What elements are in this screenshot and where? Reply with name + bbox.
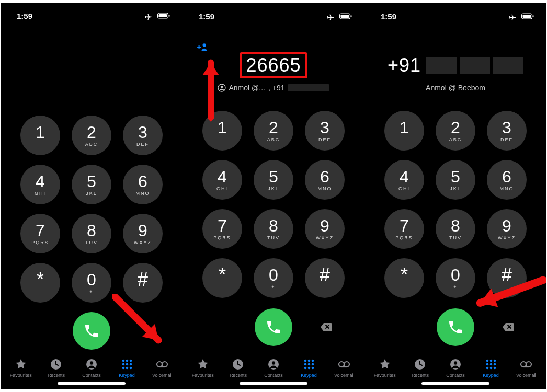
key-9[interactable]: 9 WXYZ <box>305 209 345 249</box>
key-8[interactable]: 8 TUV <box>72 214 111 253</box>
key-5[interactable]: 5 JKL <box>436 160 475 200</box>
key-8[interactable]: 8 TUV <box>254 209 293 249</box>
key-7[interactable]: 7 PQRS <box>202 209 242 249</box>
keypad: 1 2 ABC 3 DEF 4 GHI 5 JKL 6 MNO 7 PQRS <box>1 116 182 303</box>
key-7[interactable]: 7 PQRS <box>20 214 60 253</box>
contact-suggestion[interactable]: Anmol @... , +91 <box>218 84 330 92</box>
key-digit: 0 <box>269 267 278 283</box>
add-contact-icon[interactable] <box>197 42 208 52</box>
key-#[interactable]: # <box>487 258 527 298</box>
tab-bar: Favourites Recents Contacts Keypad Voice… <box>365 348 546 380</box>
tab-bar: Favourites Recents Contacts Keypad Voice… <box>183 348 364 380</box>
key-letters: ABC <box>267 137 280 142</box>
tab-label: Voicemail <box>152 373 173 378</box>
key-letters: + <box>453 284 457 290</box>
status-time: 1:59 <box>17 11 32 20</box>
key-4[interactable]: 4 GHI <box>202 160 242 200</box>
tab-contacts[interactable]: Contacts <box>439 358 472 378</box>
key-3[interactable]: 3 DEF <box>305 111 345 151</box>
key-5[interactable]: 5 JKL <box>72 165 111 204</box>
tab-recents[interactable]: Recents <box>39 358 73 378</box>
key-6[interactable]: 6 MNO <box>305 160 345 200</box>
key-4[interactable]: 4 GHI <box>384 160 424 200</box>
key-letters: ABC <box>85 142 98 147</box>
key-letters: GHI <box>398 186 410 191</box>
key-digit: 3 <box>320 119 329 136</box>
key-digit: 5 <box>87 173 96 190</box>
key-3[interactable]: 3 DEF <box>123 116 163 155</box>
key-1[interactable]: 1 <box>20 116 60 155</box>
key-letters: WXYZ <box>498 235 516 240</box>
key-2[interactable]: 2 ABC <box>436 111 475 151</box>
contact-icon <box>85 358 98 371</box>
key-letters: GHI <box>35 191 46 196</box>
key-8[interactable]: 8 TUV <box>436 209 475 249</box>
tab-voicemail[interactable]: Voicemail <box>509 358 543 378</box>
key-0[interactable]: 0 + <box>72 263 111 303</box>
key-*[interactable]: * <box>20 263 60 303</box>
tab-contacts[interactable]: Contacts <box>257 358 290 378</box>
key-#[interactable]: # <box>123 263 163 303</box>
key-0[interactable]: 0 + <box>436 258 475 298</box>
tab-recents[interactable]: Recents <box>403 358 437 378</box>
key-digit: 2 <box>451 119 460 136</box>
keypad-icon <box>121 358 133 371</box>
phone-screen-3: 1:59 +91 Anmol @ Beebom 1 2 ABC 3 DEF <box>365 3 546 389</box>
number-display <box>1 23 182 87</box>
tab-favourites[interactable]: Favourites <box>4 358 38 378</box>
key-digit: 0 <box>87 271 96 288</box>
tab-keypad[interactable]: Keypad <box>110 358 144 378</box>
key-digit: 3 <box>138 124 147 141</box>
tab-favourites[interactable]: Favourites <box>368 358 402 378</box>
tab-voicemail[interactable]: Voicemail <box>327 358 361 378</box>
home-indicator[interactable] <box>421 382 489 385</box>
call-button[interactable] <box>255 308 292 346</box>
key-9[interactable]: 9 WXYZ <box>123 214 163 253</box>
contact-name[interactable]: Anmol @ Beebom <box>426 84 485 92</box>
key-5[interactable]: 5 JKL <box>254 160 293 200</box>
voicemail-icon <box>338 358 350 371</box>
key-4[interactable]: 4 GHI <box>20 165 60 204</box>
tab-label: Voicemail <box>516 373 537 378</box>
key-9[interactable]: 9 WXYZ <box>487 209 527 249</box>
number-display: +91 Anmol @ Beebom <box>365 24 546 92</box>
home-indicator[interactable] <box>240 382 307 385</box>
key-*[interactable]: * <box>202 258 242 298</box>
key-#[interactable]: # <box>305 258 345 298</box>
key-letters: PQRS <box>213 235 231 240</box>
tab-label: Recents <box>48 373 65 378</box>
phone-screen-1: 1:59 1 2 ABC 3 DEF 4 GHI 5 JKL 6 <box>1 3 182 389</box>
key-letters: MNO <box>136 191 150 196</box>
key-1[interactable]: 1 <box>384 111 424 151</box>
keypad: 1 2 ABC 3 DEF 4 GHI 5 JKL 6 MNO 7 PQRS <box>183 111 364 298</box>
key-7[interactable]: 7 PQRS <box>384 209 424 249</box>
key-6[interactable]: 6 MNO <box>487 160 527 200</box>
dialed-number: +91 <box>388 54 421 76</box>
tab-keypad[interactable]: Keypad <box>292 358 326 378</box>
key-6[interactable]: 6 MNO <box>123 165 163 204</box>
status-bar: 1:59 <box>365 3 546 24</box>
airplane-mode-icon <box>326 12 336 20</box>
call-row <box>365 307 546 347</box>
tab-favourites[interactable]: Favourites <box>186 358 220 378</box>
key-2[interactable]: 2 ABC <box>72 116 111 155</box>
call-button[interactable] <box>437 308 474 346</box>
home-indicator[interactable] <box>58 382 126 385</box>
call-button[interactable] <box>73 312 110 350</box>
key-1[interactable]: 1 <box>202 111 242 151</box>
key-digit: 3 <box>502 119 511 136</box>
backspace-button[interactable] <box>499 321 517 333</box>
tab-recents[interactable]: Recents <box>221 358 255 378</box>
tab-voicemail[interactable]: Voicemail <box>145 358 179 378</box>
key-3[interactable]: 3 DEF <box>487 111 527 151</box>
tab-keypad[interactable]: Keypad <box>474 358 508 378</box>
tab-contacts[interactable]: Contacts <box>75 358 108 378</box>
voicemail-icon <box>520 358 532 371</box>
key-*[interactable]: * <box>384 258 424 298</box>
backspace-button[interactable] <box>317 321 335 333</box>
suggestion-name: Anmol @... <box>229 84 265 92</box>
key-0[interactable]: 0 + <box>254 258 293 298</box>
key-2[interactable]: 2 ABC <box>254 111 293 151</box>
person-icon <box>218 84 226 92</box>
key-digit: # <box>138 270 148 289</box>
